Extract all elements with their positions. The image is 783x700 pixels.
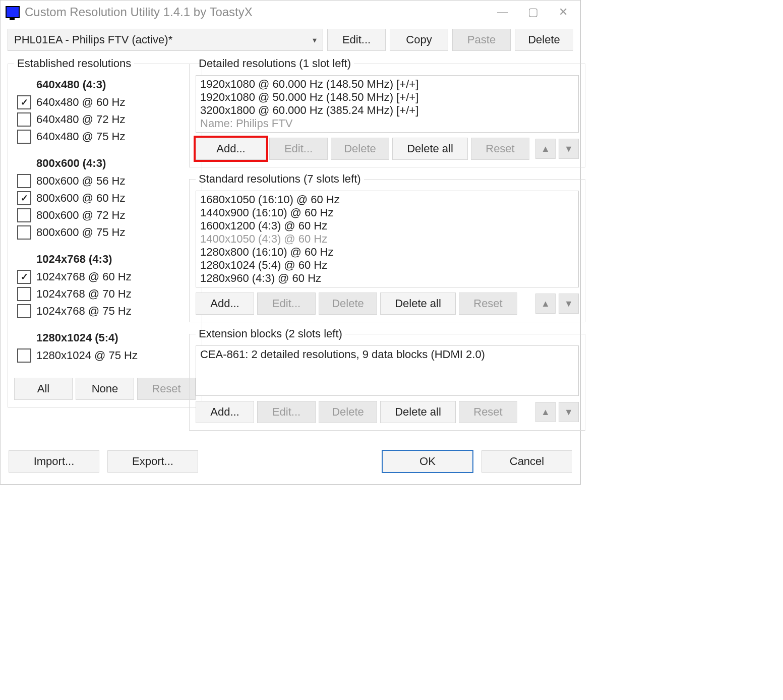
delete-all-detailed-button[interactable]: Delete all bbox=[392, 138, 468, 160]
established-item[interactable]: 640x480 @ 75 Hz bbox=[17, 130, 196, 144]
edit-display-button[interactable]: Edit... bbox=[327, 29, 386, 51]
delete-extension-button[interactable]: Delete bbox=[319, 401, 377, 423]
established-group-head: 800x600 (4:3) bbox=[36, 157, 196, 170]
established-item[interactable]: 800x600 @ 72 Hz bbox=[17, 208, 196, 222]
add-detailed-button[interactable]: Add... bbox=[196, 138, 266, 160]
bottom-bar: Import... Export... OK Cancel bbox=[1, 442, 580, 484]
move-down-extension-button[interactable]: ▼ bbox=[559, 402, 579, 422]
move-down-detailed-button[interactable]: ▼ bbox=[559, 139, 579, 159]
checkbox[interactable] bbox=[17, 130, 31, 144]
extension-list[interactable]: CEA-861: 2 detailed resolutions, 9 data … bbox=[196, 345, 579, 396]
delete-display-button[interactable]: Delete bbox=[515, 29, 573, 51]
move-down-standard-button[interactable]: ▼ bbox=[559, 294, 579, 314]
list-item[interactable]: Name: Philips FTV bbox=[200, 117, 574, 130]
checkbox[interactable] bbox=[17, 95, 31, 109]
checkbox[interactable] bbox=[17, 208, 31, 222]
established-group-head: 640x480 (4:3) bbox=[36, 78, 196, 91]
standard-legend: Standard resolutions (7 slots left) bbox=[196, 172, 364, 186]
established-item[interactable]: 800x600 @ 56 Hz bbox=[17, 174, 196, 188]
list-item[interactable]: 1280x1024 (5:4) @ 60 Hz bbox=[200, 259, 574, 272]
standard-fieldset: Standard resolutions (7 slots left) 1680… bbox=[189, 172, 585, 322]
import-button[interactable]: Import... bbox=[9, 450, 99, 473]
reset-standard-button[interactable]: Reset bbox=[459, 293, 517, 315]
established-item[interactable]: 640x480 @ 72 Hz bbox=[17, 112, 196, 127]
add-extension-button[interactable]: Add... bbox=[196, 401, 254, 423]
paste-button[interactable]: Paste bbox=[452, 29, 511, 51]
detailed-list[interactable]: 1920x1080 @ 60.000 Hz (148.50 MHz) [+/+]… bbox=[196, 75, 579, 133]
all-button[interactable]: All bbox=[14, 378, 73, 400]
reset-established-button[interactable]: Reset bbox=[137, 378, 196, 400]
established-group-head: 1280x1024 (5:4) bbox=[36, 331, 196, 344]
delete-all-extension-button[interactable]: Delete all bbox=[380, 401, 456, 423]
display-dropdown-value: PHL01EA - Philips FTV (active)* bbox=[14, 33, 172, 46]
cancel-button[interactable]: Cancel bbox=[481, 450, 572, 473]
checkbox[interactable] bbox=[17, 287, 31, 301]
reset-detailed-button[interactable]: Reset bbox=[471, 138, 529, 160]
checkbox[interactable] bbox=[17, 225, 31, 240]
reset-extension-button[interactable]: Reset bbox=[459, 401, 517, 423]
established-item[interactable]: 640x480 @ 60 Hz bbox=[17, 95, 196, 109]
export-button[interactable]: Export... bbox=[107, 450, 198, 473]
toolbar: PHL01EA - Philips FTV (active)* ▾ Edit..… bbox=[1, 24, 580, 54]
close-button[interactable]: ✕ bbox=[548, 6, 578, 19]
none-button[interactable]: None bbox=[76, 378, 134, 400]
detailed-legend: Detailed resolutions (1 slot left) bbox=[196, 57, 354, 70]
list-item[interactable]: CEA-861: 2 detailed resolutions, 9 data … bbox=[200, 348, 574, 361]
established-item[interactable]: 1280x1024 @ 75 Hz bbox=[17, 348, 196, 363]
checkbox[interactable] bbox=[17, 112, 31, 127]
established-item[interactable]: 800x600 @ 75 Hz bbox=[17, 225, 196, 240]
extension-fieldset: Extension blocks (2 slots left) CEA-861:… bbox=[189, 327, 585, 431]
established-item[interactable]: 1024x768 @ 75 Hz bbox=[17, 304, 196, 318]
detailed-fieldset: Detailed resolutions (1 slot left) 1920x… bbox=[189, 57, 585, 167]
ok-button[interactable]: OK bbox=[382, 450, 473, 473]
standard-list[interactable]: 1680x1050 (16:10) @ 60 Hz1440x900 (16:10… bbox=[196, 191, 579, 287]
delete-standard-button[interactable]: Delete bbox=[319, 293, 377, 315]
established-item[interactable]: 1024x768 @ 70 Hz bbox=[17, 287, 196, 301]
edit-standard-button[interactable]: Edit... bbox=[257, 293, 316, 315]
established-item-label: 800x600 @ 72 Hz bbox=[36, 209, 125, 222]
established-item-label: 640x480 @ 75 Hz bbox=[36, 130, 125, 143]
list-item[interactable]: 1400x1050 (4:3) @ 60 Hz bbox=[200, 232, 574, 246]
list-item[interactable]: 1680x1050 (16:10) @ 60 Hz bbox=[200, 193, 574, 206]
app-window: Custom Resolution Utility 1.4.1 by Toast… bbox=[0, 0, 581, 485]
checkbox[interactable] bbox=[17, 348, 31, 363]
established-item[interactable]: 1024x768 @ 60 Hz bbox=[17, 270, 196, 284]
established-item[interactable]: 800x600 @ 60 Hz bbox=[17, 191, 196, 205]
established-item-label: 1024x768 @ 60 Hz bbox=[36, 270, 132, 283]
standard-buttons: Add... Edit... Delete Delete all Reset ▲… bbox=[196, 293, 579, 315]
move-up-standard-button[interactable]: ▲ bbox=[535, 294, 556, 314]
minimize-button[interactable]: — bbox=[488, 6, 518, 19]
delete-detailed-button[interactable]: Delete bbox=[331, 138, 389, 160]
chevron-down-icon: ▾ bbox=[313, 35, 317, 45]
maximize-button[interactable]: ▢ bbox=[518, 6, 548, 19]
list-item[interactable]: 3200x1800 @ 60.000 Hz (385.24 MHz) [+/+] bbox=[200, 104, 574, 117]
checkbox[interactable] bbox=[17, 191, 31, 205]
established-group-head: 1024x768 (4:3) bbox=[36, 253, 196, 266]
established-item-label: 1280x1024 @ 75 Hz bbox=[36, 349, 138, 362]
add-standard-button[interactable]: Add... bbox=[196, 293, 254, 315]
app-icon bbox=[6, 6, 20, 18]
move-up-extension-button[interactable]: ▲ bbox=[535, 402, 556, 422]
list-item[interactable]: 1280x960 (4:3) @ 60 Hz bbox=[200, 272, 574, 285]
list-item[interactable]: 1600x1200 (4:3) @ 60 Hz bbox=[200, 219, 574, 232]
established-legend: Established resolutions bbox=[14, 57, 134, 70]
right-column: Detailed resolutions (1 slot left) 1920x… bbox=[189, 54, 585, 436]
checkbox[interactable] bbox=[17, 304, 31, 318]
delete-all-standard-button[interactable]: Delete all bbox=[380, 293, 456, 315]
list-item[interactable]: 1280x800 (16:10) @ 60 Hz bbox=[200, 246, 574, 259]
display-dropdown[interactable]: PHL01EA - Philips FTV (active)* ▾ bbox=[8, 29, 323, 51]
checkbox[interactable] bbox=[17, 174, 31, 188]
titlebar: Custom Resolution Utility 1.4.1 by Toast… bbox=[1, 1, 580, 24]
copy-button[interactable]: Copy bbox=[390, 29, 448, 51]
edit-detailed-button[interactable]: Edit... bbox=[269, 138, 328, 160]
move-up-detailed-button[interactable]: ▲ bbox=[535, 139, 556, 159]
body-grid: Established resolutions 640x480 (4:3)640… bbox=[1, 54, 580, 442]
established-buttons: All None Reset bbox=[14, 378, 196, 400]
list-item[interactable]: 1440x900 (16:10) @ 60 Hz bbox=[200, 206, 574, 219]
checkbox[interactable] bbox=[17, 270, 31, 284]
window-title: Custom Resolution Utility 1.4.1 by Toast… bbox=[25, 5, 488, 19]
list-item[interactable]: 1920x1080 @ 60.000 Hz (148.50 MHz) [+/+] bbox=[200, 78, 574, 91]
list-item[interactable]: 1920x1080 @ 50.000 Hz (148.50 MHz) [+/+] bbox=[200, 91, 574, 104]
edit-extension-button[interactable]: Edit... bbox=[257, 401, 316, 423]
established-item-label: 1024x768 @ 70 Hz bbox=[36, 287, 132, 301]
